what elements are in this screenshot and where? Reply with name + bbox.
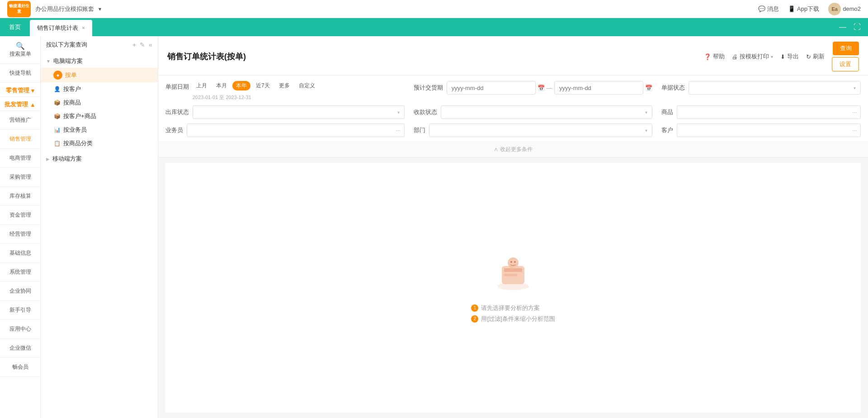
- scheme-item-by-customer[interactable]: 👤 按客户: [41, 82, 158, 96]
- customer-more-icon[interactable]: ···: [852, 127, 857, 133]
- sidebar-item-appcenter[interactable]: 应用中心: [0, 320, 40, 339]
- scheme-label-by-salesperson: 按业务员: [63, 126, 87, 134]
- product-more-icon[interactable]: ···: [852, 109, 857, 115]
- scheme-header-title: 按以下方案查询: [46, 41, 87, 49]
- page-title: 销售订单统计表(按单): [167, 51, 246, 62]
- avatar: Ea: [828, 3, 841, 15]
- scheme-header: 按以下方案查询 + ✎ «: [41, 41, 158, 52]
- mobile-group-label: 移动端方案: [52, 155, 82, 163]
- mobile-group-header[interactable]: ▶ 移动端方案: [41, 152, 158, 166]
- product-input[interactable]: [681, 109, 852, 116]
- sidebar-item-wholesale[interactable]: 批发管理▲: [0, 97, 40, 111]
- sidebar-item-enterprise[interactable]: 企业协同: [0, 282, 40, 301]
- sidebar-item-system[interactable]: 系统管理: [0, 263, 40, 282]
- tab-home[interactable]: 首页: [0, 18, 30, 36]
- sidebar-item-ecommerce[interactable]: 电商管理: [0, 149, 40, 168]
- collapse-button[interactable]: ∧ 收起更多条件: [158, 142, 868, 157]
- message-button[interactable]: 💬 消息: [758, 5, 779, 13]
- status-dropdown-icon: ▾: [854, 86, 856, 90]
- date-tab-this-year[interactable]: 本年: [232, 81, 250, 90]
- scheme-item-by-product[interactable]: 📦 按商品: [41, 96, 158, 109]
- empty-tips: 1 请先选择要分析的方案 2 用[过滤]条件来缩小分析范围: [471, 304, 555, 326]
- export-button[interactable]: ⬇ 导出: [780, 52, 799, 61]
- customer-product-scheme-icon: 📦: [53, 113, 61, 120]
- department-select[interactable]: ▾: [429, 124, 653, 137]
- tab-active[interactable]: 销售订单统计表 ×: [30, 20, 92, 36]
- sidebar-item-basic[interactable]: 基础信息: [0, 244, 40, 263]
- sidebar-item-inventory[interactable]: 库存核算: [0, 187, 40, 206]
- sidebar-item-purchase[interactable]: 采购管理: [0, 168, 40, 187]
- help-icon: ❓: [704, 53, 711, 60]
- print-icon: 🖨: [732, 53, 738, 60]
- sidebar-item-search[interactable]: 🔍 搜索菜单: [0, 36, 40, 64]
- delivery-end-input[interactable]: [554, 81, 643, 95]
- scheme-label-by-customer-product: 按客户+商品: [63, 112, 96, 120]
- date-tab-custom[interactable]: 自定义: [295, 81, 319, 90]
- refresh-button[interactable]: ↻ 刷新: [806, 52, 825, 61]
- scheme-item-by-order[interactable]: ● 按单: [41, 68, 158, 82]
- customer-input[interactable]: [681, 127, 852, 134]
- tab-close-icon[interactable]: ×: [82, 25, 85, 31]
- payment-status-label: 收款状态: [414, 108, 437, 116]
- main-layout: 🔍 搜索菜单 快捷导航 零售管理▾ 批发管理▲ 营销推广 销售管理 电商管理 采…: [0, 36, 868, 418]
- scheme-item-by-salesperson[interactable]: 📊 按业务员: [41, 123, 158, 137]
- desktop-group-header[interactable]: ▼ 电脑端方案: [41, 54, 158, 68]
- topbar-title: 办公用品行业模拟账套: [35, 5, 94, 13]
- ship-status-group: 出库状态 ▾: [165, 105, 405, 119]
- date-tab-last-month[interactable]: 上月: [193, 81, 211, 90]
- sidebar-item-finance[interactable]: 资金管理: [0, 206, 40, 225]
- delivery-calendar1-icon[interactable]: 📅: [538, 85, 545, 91]
- logo: 畅捷通好生意: [7, 1, 31, 17]
- svg-point-4: [508, 257, 519, 268]
- page-header: 销售订单统计表(按单) ❓ 帮助 🖨 按模板打印 ▾ ⬇ 导出: [158, 36, 868, 76]
- salesperson-input[interactable]: [191, 127, 396, 134]
- customer-scheme-icon: 👤: [53, 86, 61, 93]
- settings-button[interactable]: 设置: [832, 57, 859, 71]
- filter-and-content: 销售订单统计表(按单) ❓ 帮助 🖨 按模板打印 ▾ ⬇ 导出: [158, 36, 868, 418]
- sidebar-item-newbie[interactable]: 新手引导: [0, 301, 40, 320]
- sidebar-item-operations[interactable]: 经营管理: [0, 225, 40, 244]
- user-profile[interactable]: Ea demo2: [828, 3, 861, 15]
- edit-scheme-icon[interactable]: ✎: [140, 41, 145, 48]
- date-tab-7days[interactable]: 近7天: [252, 81, 274, 90]
- date-label: 单据日期: [165, 83, 189, 91]
- empty-illustration: [491, 250, 536, 297]
- app-download-button[interactable]: 📱 App下载: [788, 5, 819, 13]
- sidebar-item-retail[interactable]: 零售管理▾: [0, 83, 40, 97]
- status-label: 单据状态: [661, 84, 685, 92]
- date-tab-more[interactable]: 更多: [275, 81, 293, 90]
- scheme-item-by-customer-product[interactable]: 📦 按客户+商品: [41, 109, 158, 123]
- add-scheme-icon[interactable]: +: [132, 41, 136, 48]
- empty-tip-1: 1 请先选择要分析的方案: [471, 304, 555, 312]
- date-tabs: 上月 本月 本年 近7天 更多 自定义: [193, 81, 319, 90]
- date-tab-this-month[interactable]: 本月: [212, 81, 231, 90]
- customer-label: 客户: [661, 126, 673, 134]
- sidebar-item-wechat[interactable]: 企业微信: [0, 339, 40, 358]
- minimize-button[interactable]: —: [837, 22, 848, 33]
- print-button[interactable]: 🖨 按模板打印 ▾: [732, 52, 773, 61]
- topbar-dropdown-icon[interactable]: ▾: [99, 6, 101, 12]
- salesperson-more-icon[interactable]: ···: [396, 127, 401, 133]
- delivery-start-input[interactable]: [447, 81, 536, 95]
- collapse-scheme-icon[interactable]: «: [149, 41, 152, 48]
- sidebar-item-marketing[interactable]: 营销推广: [0, 111, 40, 130]
- sidebar-item-sales[interactable]: 销售管理: [0, 130, 40, 149]
- sidebar-item-quicknav[interactable]: 快捷导航: [0, 64, 40, 83]
- sidebar-item-member[interactable]: 畅会员: [0, 358, 40, 377]
- salesperson-filter-group: 业务员 ···: [165, 124, 405, 137]
- maximize-button[interactable]: ⛶: [852, 22, 863, 33]
- help-button[interactable]: ❓ 帮助: [704, 52, 725, 61]
- ship-status-select[interactable]: ▾: [193, 105, 405, 119]
- scheme-item-by-category[interactable]: 📋 按商品分类: [41, 137, 158, 150]
- topbar-left: 畅捷通好生意 办公用品行业模拟账套 ▾: [7, 1, 101, 17]
- scheme-panel: 按以下方案查询 + ✎ « ▼ 电脑端方案 ● 按单 👤: [41, 36, 158, 418]
- delivery-calendar2-icon[interactable]: 📅: [645, 85, 652, 91]
- status-select[interactable]: ▾: [689, 81, 861, 95]
- username: demo2: [843, 5, 861, 12]
- payment-status-select[interactable]: ▾: [441, 105, 653, 119]
- query-button[interactable]: 查询: [833, 42, 859, 55]
- scheme-label-by-customer: 按客户: [63, 85, 81, 93]
- app-icon: 📱: [788, 5, 795, 12]
- salesperson-scheme-icon: 📊: [53, 126, 61, 133]
- empty-state: 1 请先选择要分析的方案 2 用[过滤]条件来缩小分析范围: [165, 163, 861, 413]
